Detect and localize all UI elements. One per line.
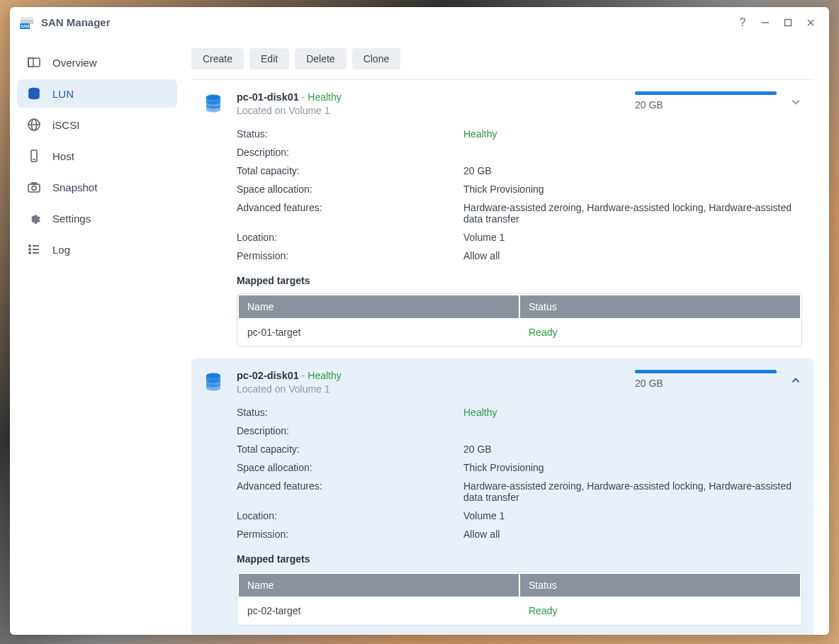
detail-label: Status:	[237, 407, 463, 418]
mapped-targets-title: Mapped targets	[237, 553, 802, 565]
lun-icon	[27, 86, 41, 101]
svg-point-21	[29, 249, 30, 250]
svg-point-23	[29, 252, 30, 254]
toolbar: Create Edit Delete Clone	[191, 48, 813, 80]
lun-health: Healthy	[308, 370, 341, 381]
sidebar-item-label: iSCSI	[52, 119, 79, 131]
lun-location-sub: Located on Volume 1	[237, 105, 342, 116]
detail-value: Volume 1	[463, 232, 505, 243]
mapped-targets-title: Mapped targets	[237, 275, 802, 286]
detail-value: 20 GB	[463, 444, 492, 455]
svg-rect-5	[785, 19, 792, 26]
list-icon	[27, 242, 41, 256]
lun-card[interactable]: pc-01-disk01 - Healthy Located on Volume…	[191, 80, 813, 358]
lun-header[interactable]: pc-02-disk01 - Healthy Located on Volume…	[203, 370, 802, 395]
detail-value: Thick Provisioning	[463, 183, 544, 195]
detail-label: Advanced features:	[237, 202, 463, 225]
host-icon	[27, 149, 41, 163]
lun-size: 20 GB	[635, 99, 777, 111]
sidebar: Overview LUN iSCSI Host	[10, 38, 184, 635]
svg-rect-16	[28, 184, 40, 192]
svg-point-17	[32, 186, 36, 191]
minimize-button[interactable]	[755, 13, 775, 33]
sidebar-item-label: Snapshot	[52, 181, 97, 193]
detail-value: Volume 1	[463, 510, 505, 521]
content-area: Create Edit Delete Clone pc-01-disk01 - …	[184, 38, 829, 635]
detail-label: Permission:	[237, 250, 463, 261]
col-name: Name	[239, 295, 519, 318]
sidebar-item-label: LUN	[52, 88, 74, 100]
col-status: Status	[520, 574, 800, 597]
detail-label: Description:	[237, 425, 463, 436]
titlebar: SAN SAN Manager ?	[10, 7, 829, 38]
svg-rect-1	[21, 17, 33, 20]
disk-icon	[203, 93, 224, 114]
lun-details: Status:Healthy Description: Total capaci…	[237, 125, 802, 347]
overview-icon	[27, 55, 41, 69]
create-button[interactable]: Create	[191, 48, 244, 69]
lun-location-sub: Located on Volume 1	[237, 383, 342, 395]
sidebar-item-label: Settings	[52, 213, 91, 225]
detail-label: Status:	[237, 128, 463, 140]
globe-icon	[27, 118, 41, 132]
target-status: Ready	[520, 320, 800, 345]
sidebar-item-overview[interactable]: Overview	[17, 48, 177, 77]
target-name: pc-02-target	[239, 598, 519, 623]
col-status: Status	[520, 295, 800, 318]
detail-value: Hardware-assisted zeroing, Hardware-assi…	[463, 480, 802, 503]
lun-size: 20 GB	[635, 378, 777, 389]
clone-button[interactable]: Clone	[352, 48, 401, 69]
detail-label: Total capacity:	[237, 165, 463, 176]
lun-name: pc-01-disk01	[237, 91, 299, 103]
lun-name: pc-02-disk01	[237, 370, 299, 381]
detail-label: Space allocation:	[237, 462, 463, 473]
table-row[interactable]: pc-02-target Ready	[239, 598, 800, 623]
sidebar-item-settings[interactable]: Settings	[17, 204, 177, 232]
chevron-down-icon[interactable]	[791, 97, 802, 108]
svg-rect-18	[32, 183, 36, 184]
sidebar-item-lun[interactable]: LUN	[17, 79, 177, 108]
detail-value: Thick Provisioning	[463, 462, 544, 473]
delete-button[interactable]: Delete	[295, 48, 346, 69]
detail-label: Advanced features:	[237, 480, 463, 503]
detail-value: 20 GB	[463, 165, 492, 176]
svg-rect-9	[28, 58, 33, 67]
detail-value: Hardware-assisted zeroing, Hardware-assi…	[463, 202, 802, 225]
chevron-up-icon[interactable]	[791, 375, 802, 387]
svg-text:SAN: SAN	[21, 24, 30, 28]
sidebar-item-label: Overview	[52, 57, 97, 69]
detail-label: Location:	[237, 510, 463, 521]
table-row[interactable]: pc-01-target Ready	[239, 320, 800, 345]
sidebar-item-iscsi[interactable]: iSCSI	[17, 111, 177, 139]
detail-label: Total capacity:	[237, 444, 463, 455]
detail-value: Allow all	[463, 529, 500, 540]
camera-icon	[27, 180, 41, 194]
edit-button[interactable]: Edit	[249, 48, 289, 69]
sidebar-item-label: Host	[52, 150, 74, 162]
maximize-button[interactable]	[778, 13, 798, 33]
sidebar-item-host[interactable]: Host	[17, 142, 177, 170]
disk-icon	[203, 371, 224, 392]
help-button[interactable]: ?	[733, 13, 753, 33]
detail-label: Space allocation:	[237, 183, 463, 195]
sidebar-item-label: Log	[52, 244, 70, 256]
gear-icon	[27, 211, 41, 225]
app-window: SAN SAN Manager ? Overview	[10, 7, 829, 635]
target-status: Ready	[520, 598, 800, 623]
close-button[interactable]	[801, 13, 821, 33]
sidebar-item-log[interactable]: Log	[17, 235, 177, 264]
sidebar-item-snapshot[interactable]: Snapshot	[17, 173, 177, 201]
detail-label: Location:	[237, 232, 463, 243]
usage-bar	[635, 370, 777, 373]
detail-value: Healthy	[463, 407, 497, 418]
app-icon: SAN	[18, 14, 35, 31]
lun-health: Healthy	[308, 91, 341, 103]
detail-value: Allow all	[463, 250, 500, 261]
col-name: Name	[239, 574, 519, 597]
svg-point-19	[29, 245, 30, 247]
target-name: pc-01-target	[239, 320, 519, 345]
lun-header[interactable]: pc-01-disk01 - Healthy Located on Volume…	[203, 91, 802, 116]
lun-card[interactable]: pc-02-disk01 - Healthy Located on Volume…	[191, 358, 813, 635]
targets-table: Name Status pc-01-target Ready	[237, 293, 802, 347]
targets-table: Name Status pc-02-target Ready	[237, 572, 802, 626]
